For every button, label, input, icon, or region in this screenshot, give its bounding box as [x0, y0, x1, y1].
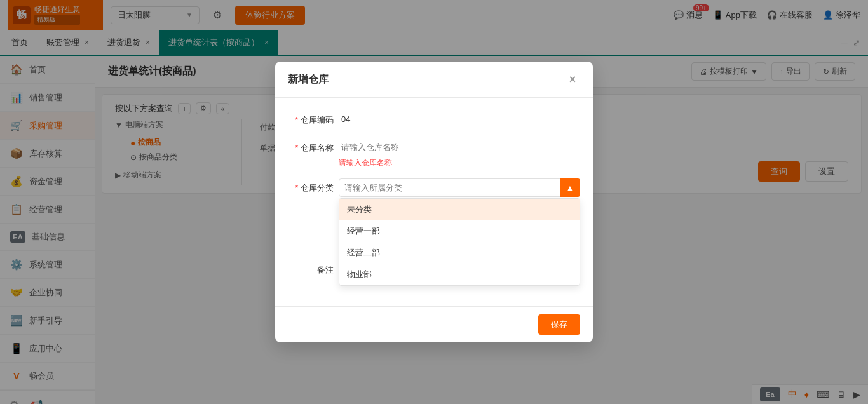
modal-header: 新增仓库 × — [275, 62, 593, 98]
dropdown-item-dept2[interactable]: 经营二部 — [339, 242, 580, 264]
dropdown-item-dept1[interactable]: 经营一部 — [339, 220, 580, 242]
name-error-tip: 请输入仓库名称 — [339, 158, 580, 168]
category-field: ▲ 未分类 经营一部 经营二部 物业部 — [339, 178, 580, 197]
form-row-name: * 仓库名称 请输入仓库名称 — [288, 138, 580, 168]
modal-close-button[interactable]: × — [565, 72, 580, 87]
dropdown-item-uncategorized[interactable]: 未分类 — [339, 199, 580, 220]
form-row-category: * 仓库分类 ▲ 未分类 经营一部 经营二部 物业部 — [288, 178, 580, 197]
modal-body: * 仓库编码 * 仓库名称 请输入仓库名称 * 仓库分类 — [275, 98, 593, 306]
code-label: * 仓库编码 — [288, 111, 339, 126]
save-button[interactable]: 保存 — [538, 314, 580, 335]
category-input[interactable] — [339, 178, 580, 197]
name-input[interactable] — [339, 138, 580, 156]
name-field: 请输入仓库名称 — [339, 138, 580, 168]
category-arrow-icon[interactable]: ▲ — [560, 178, 580, 197]
note-label: 备注 — [288, 260, 339, 276]
category-dropdown: 未分类 经营一部 经营二部 物业部 — [339, 198, 580, 286]
category-label: * 仓库分类 — [288, 178, 339, 194]
form-row-code: * 仓库编码 — [288, 111, 580, 128]
code-input[interactable] — [339, 111, 580, 128]
modal-footer: 保存 — [275, 306, 593, 342]
code-field — [339, 111, 580, 128]
modal-title: 新增仓库 — [288, 73, 329, 86]
name-label: * 仓库名称 — [288, 138, 339, 154]
dropdown-item-property[interactable]: 物业部 — [339, 264, 580, 285]
new-warehouse-modal: 新增仓库 × * 仓库编码 * 仓库名称 请输入仓库名称 — [275, 62, 593, 342]
